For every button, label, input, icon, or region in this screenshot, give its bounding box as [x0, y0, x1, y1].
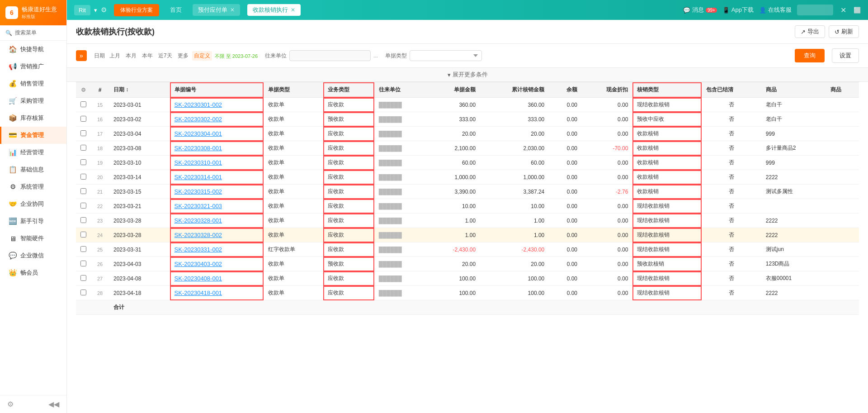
col-goods2[interactable]: 商品	[826, 82, 859, 98]
sidebar-item-finance[interactable]: 💳 资金管理	[0, 127, 66, 144]
message-action[interactable]: 💬 消息 99+	[683, 6, 717, 14]
row-checkbox[interactable]	[76, 156, 91, 170]
sidebar-item-quick-nav[interactable]: 🏠 快捷导航	[0, 41, 66, 58]
sidebar-item-purchase[interactable]: 🛒 采购管理	[0, 92, 66, 109]
col-discount[interactable]: 现金折扣	[582, 82, 632, 98]
this-month-link[interactable]: 本月	[124, 51, 138, 61]
sidebar-item-sales[interactable]: 💰 销售管理	[0, 75, 66, 92]
col-biz-type[interactable]: 业务类型	[323, 82, 374, 98]
expand-conditions-bar[interactable]: ▾ 展开更多条件	[67, 68, 868, 82]
counterparty-more[interactable]: ...	[373, 52, 378, 59]
row-checkbox[interactable]	[76, 214, 91, 228]
row-bill-no[interactable]: SK-20230308-001	[170, 141, 264, 156]
col-goods1[interactable]: 商品	[761, 82, 826, 98]
window-maximize-icon[interactable]: ⬜	[854, 7, 861, 14]
row-checkbox[interactable]	[76, 170, 91, 185]
row-checkbox[interactable]	[76, 127, 91, 141]
col-balance[interactable]: 余额	[549, 82, 582, 98]
sidebar-item-member[interactable]: 👑 畅会员	[0, 264, 66, 281]
tab-home[interactable]: 首页	[166, 4, 185, 16]
row-checkbox[interactable]	[76, 185, 91, 199]
row-num: 16	[91, 112, 109, 127]
col-cumulative[interactable]: 累计核销金额	[480, 82, 549, 98]
sidebar-item-base[interactable]: 📋 基础信息	[0, 161, 66, 178]
row-checkbox[interactable]	[76, 228, 91, 242]
row-checkbox[interactable]	[76, 141, 91, 156]
settings-topbar-icon[interactable]: ⚙	[101, 6, 107, 14]
counterparty-input[interactable]	[289, 50, 371, 61]
sidebar-item-operations[interactable]: 📊 经营管理	[0, 144, 66, 161]
row-bill-type: 收款单	[264, 127, 323, 141]
row-checkbox[interactable]	[76, 199, 91, 214]
col-included[interactable]: 包含已结清	[702, 82, 761, 98]
tab-prepay[interactable]: 预付应付单 ✕	[193, 4, 240, 16]
app-download-action[interactable]: 📱 App下载	[722, 6, 754, 14]
row-checkbox[interactable]	[76, 98, 91, 112]
row-bill-no[interactable]: SK-20230302-002	[170, 112, 264, 127]
row-bill-no[interactable]: SK-20230328-001	[170, 214, 264, 228]
row-date: 2023-03-14	[109, 170, 170, 185]
user-avatar-area[interactable]	[797, 5, 833, 15]
row-bill-no[interactable]: SK-20230403-002	[170, 257, 264, 271]
row-bill-no[interactable]: SK-20230328-002	[170, 228, 264, 242]
row-discount: 0.00	[582, 98, 632, 112]
refresh-button[interactable]: ↺ 刷新	[829, 25, 859, 38]
row-bill-no[interactable]: SK-20230418-001	[170, 286, 264, 300]
custom-date-link[interactable]: 自定义	[192, 51, 212, 61]
settings-bottom-icon[interactable]: ⚙	[7, 400, 14, 408]
prev-month-link[interactable]: 上月	[108, 51, 122, 61]
bill-type-select[interactable]	[410, 50, 482, 61]
filter-toggle-button[interactable]: »	[76, 50, 87, 61]
row-bill-no[interactable]: SK-20230321-003	[170, 199, 264, 214]
col-amount[interactable]: 单据金额	[427, 82, 480, 98]
row-checkbox[interactable]	[76, 286, 91, 300]
tab-prepay-close[interactable]: ✕	[230, 7, 235, 13]
table-settings-button[interactable]: 设置	[832, 48, 859, 63]
row-checkbox[interactable]	[76, 271, 91, 286]
tab-collection[interactable]: 收款核销执行 ✕	[247, 4, 301, 16]
row-num: 23	[91, 214, 109, 228]
sidebar-item-hardware[interactable]: 🖥 智能硬件	[0, 230, 66, 247]
export-button[interactable]: ↗ 导出	[795, 25, 825, 38]
row-bill-no[interactable]: SK-20230304-001	[170, 127, 264, 141]
row-amount: 100.00	[427, 286, 480, 300]
row-checkbox[interactable]	[76, 112, 91, 127]
row-num: 25	[91, 242, 109, 257]
this-year-link[interactable]: 本年	[140, 51, 155, 61]
module-name[interactable]: Rit	[74, 5, 90, 15]
sidebar-item-wechat[interactable]: 💬 企业微信	[0, 247, 66, 264]
row-bill-no[interactable]: SK-20230310-001	[170, 156, 264, 170]
window-close-icon[interactable]: ✕	[840, 6, 846, 14]
row-bill-no[interactable]: SK-20230314-001	[170, 170, 264, 185]
module-dropdown-icon[interactable]: ▾	[94, 7, 97, 14]
collapse-icon[interactable]: ◀◀	[48, 400, 59, 408]
row-bill-no[interactable]: SK-20230408-001	[170, 271, 264, 286]
sidebar-item-inventory[interactable]: 📦 库存核算	[0, 109, 66, 127]
col-date[interactable]: 日期 ↕	[109, 82, 170, 98]
query-button[interactable]: 查询	[795, 49, 825, 62]
7days-link[interactable]: 近7天	[156, 51, 174, 61]
more-date-link[interactable]: 更多	[176, 51, 190, 61]
sidebar-item-guide[interactable]: 🆕 新手引导	[0, 213, 66, 230]
sidebar-item-corp[interactable]: 🤝 企业协同	[0, 195, 66, 213]
search-menu-item[interactable]: 🔍 搜索菜单	[0, 25, 66, 41]
row-bill-no[interactable]: SK-20230331-002	[170, 242, 264, 257]
row-included: 否	[702, 156, 761, 170]
col-bill-no[interactable]: 单据编号	[170, 82, 264, 98]
tab-collection-close[interactable]: ✕	[291, 7, 295, 13]
online-service-action[interactable]: 👤 在线客服	[759, 6, 792, 14]
sidebar-item-system[interactable]: ⚙ 系统管理	[0, 178, 66, 195]
row-bill-no[interactable]: SK-20230301-002	[170, 98, 264, 112]
row-bill-no[interactable]: SK-20230315-002	[170, 185, 264, 199]
col-cancel-type[interactable]: 核销类型	[632, 82, 701, 98]
industry-solution-button[interactable]: 体验行业方案	[114, 4, 159, 16]
col-bill-type[interactable]: 单据类型	[264, 82, 323, 98]
row-cancel-type: 现结收款核销	[632, 214, 701, 228]
row-checkbox[interactable]	[76, 242, 91, 257]
row-cumulative: 1.00	[480, 228, 549, 242]
module-selector[interactable]: Rit ▾ ⚙	[74, 5, 107, 15]
row-checkbox[interactable]	[76, 257, 91, 271]
col-counterparty[interactable]: 往来单位	[374, 82, 427, 98]
col-settings[interactable]: ⚙	[76, 82, 91, 98]
sidebar-item-marketing[interactable]: 📢 营销推广	[0, 58, 66, 75]
